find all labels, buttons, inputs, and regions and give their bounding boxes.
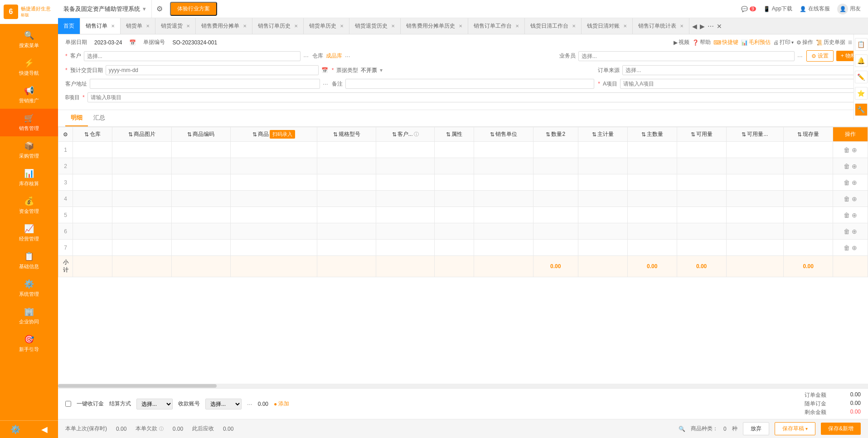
warehouse-col-header[interactable]: ⇅仓库 [73,127,112,142]
row-attribute[interactable] [434,191,474,207]
row-warehouse[interactable] [73,142,112,158]
tab-close-icon[interactable]: ✕ [294,24,298,29]
row-copy-icon[interactable]: ⊕ [852,244,857,251]
row-available2[interactable] [726,240,784,256]
row-product-image[interactable] [112,240,171,256]
sidebar-item-quicknav[interactable]: ⚡ 快捷导航 [0,53,58,81]
row-product[interactable] [231,158,317,174]
save-draft-button[interactable]: 保存草稿 ▾ [775,422,815,435]
tab-close-icon[interactable]: ✕ [391,24,395,29]
row-copy-icon[interactable]: ⊕ [852,163,857,170]
row-product[interactable] [231,223,317,240]
row-copy-icon[interactable]: ⊕ [852,228,857,235]
right-panel-btn-4[interactable]: ⭐ [855,87,868,100]
detail-tab-mingxi[interactable]: 明细 [65,110,88,126]
row-delete-icon[interactable]: 🗑 [844,212,850,219]
row-spec[interactable] [317,191,376,207]
payment-method-select[interactable]: 选择... [136,399,173,409]
row-delete-icon[interactable]: 🗑 [844,179,850,186]
row-customer-code[interactable] [376,191,435,207]
row-sales-unit[interactable] [474,142,533,158]
row-available[interactable] [677,158,726,174]
customer-more-btn[interactable]: ··· [303,53,309,60]
main-unit-col-header[interactable]: ⇅主计量 [578,127,627,142]
sidebar-item-inventory[interactable]: 📊 库存核算 [0,164,58,192]
tab-close-icon[interactable]: ✕ [146,24,150,29]
available2-col-header[interactable]: ⇅可用量... [726,127,784,142]
row-delete-icon[interactable]: 🗑 [844,146,850,154]
attribute-col-header[interactable]: ⇅属性 [434,127,474,142]
row-stock[interactable] [784,223,833,240]
row-product-image[interactable] [112,223,171,240]
row-product-code[interactable] [171,240,230,256]
tab-close-icon[interactable]: ✕ [186,24,190,29]
sidebar-item-purchase[interactable]: 📦 采购管理 [0,136,58,164]
operation-action[interactable]: ⚙ 操作 [796,39,813,46]
row-available[interactable] [677,240,726,256]
row-qty2[interactable] [533,158,578,174]
customer-input[interactable] [84,51,301,61]
row-warehouse[interactable] [73,174,112,191]
row-sales-unit[interactable] [474,174,533,191]
delivery-date-input[interactable] [106,65,319,75]
sales-unit-col-header[interactable]: ⇅销售单位 [474,127,533,142]
sidebar-item-search[interactable]: 🔍 搜索菜单 [0,26,58,53]
profit-action[interactable]: 📊 毛利预估 [741,39,771,46]
row-sales-unit[interactable] [474,223,533,240]
row-product-code[interactable] [171,191,230,207]
row-main-unit[interactable] [578,158,627,174]
row-attribute[interactable] [434,223,474,240]
tab-home[interactable]: 首页 [58,18,80,34]
view-action[interactable]: ▶ 视频 [674,39,689,46]
row-product[interactable] [231,142,317,158]
row-main-qty[interactable] [627,207,677,223]
topbar-settings-icon[interactable]: ⚙ [152,5,167,13]
solution-button[interactable]: 体验行业方案 [170,2,217,16]
row-spec[interactable] [317,207,376,223]
row-sales-unit[interactable] [474,191,533,207]
tab-close-icon[interactable]: ✕ [111,24,115,29]
row-available2[interactable] [726,158,784,174]
row-qty2[interactable] [533,174,578,191]
order-source-input[interactable] [622,65,861,75]
row-available[interactable] [677,191,726,207]
row-warehouse[interactable] [73,207,112,223]
tab-fee-split[interactable]: 销售费用分摊单 ✕ [196,18,252,34]
row-copy-icon[interactable]: ⊕ [852,212,857,219]
main-qty-col-header[interactable]: ⇅主数量 [627,127,677,142]
note-input[interactable] [345,79,595,89]
spec-col-header[interactable]: ⇅规格型号 [317,127,376,142]
row-qty2[interactable] [533,207,578,223]
row-warehouse[interactable] [73,223,112,240]
row-sales-unit[interactable] [474,240,533,256]
row-available2[interactable] [726,223,784,240]
account-more-btn[interactable]: ··· [247,400,252,408]
row-product[interactable] [231,174,317,191]
row-stock[interactable] [784,142,833,158]
row-available[interactable] [677,142,726,158]
row-attribute[interactable] [434,142,474,158]
row-copy-icon[interactable]: ⊕ [852,179,857,186]
customer-address-input[interactable] [90,79,320,89]
save-new-button[interactable]: 保存&新增 [821,423,861,435]
row-attribute[interactable] [434,174,474,191]
detail-tab-huizong[interactable]: 汇总 [88,110,111,126]
tab-cash-workbench[interactable]: 钱货日清工作台 ✕ [525,18,582,34]
tab-more-arrow[interactable]: ⋯ [707,22,715,31]
row-delete-icon[interactable]: 🗑 [844,228,850,235]
row-product-code[interactable] [171,223,230,240]
row-warehouse[interactable] [73,158,112,174]
tab-fee-history[interactable]: 销售费用分摊单历史 ✕ [401,18,468,34]
history-action[interactable]: 📜 历史单据 [816,39,845,46]
row-main-qty[interactable] [627,191,677,207]
row-qty2[interactable] [533,223,578,240]
row-customer-code[interactable] [376,158,435,174]
tab-order-history[interactable]: 销售订单历史 ✕ [252,18,304,34]
list-view-icon[interactable]: ≡ [848,39,852,47]
tab-close-icon[interactable]: ✕ [572,24,576,29]
row-customer-code[interactable] [376,240,435,256]
row-product-code[interactable] [171,174,230,191]
notification-item[interactable]: 💬 9 [741,6,756,12]
tab-sales-stat[interactable]: 销售订单统计表 ✕ [633,18,689,34]
row-stock[interactable] [784,240,833,256]
